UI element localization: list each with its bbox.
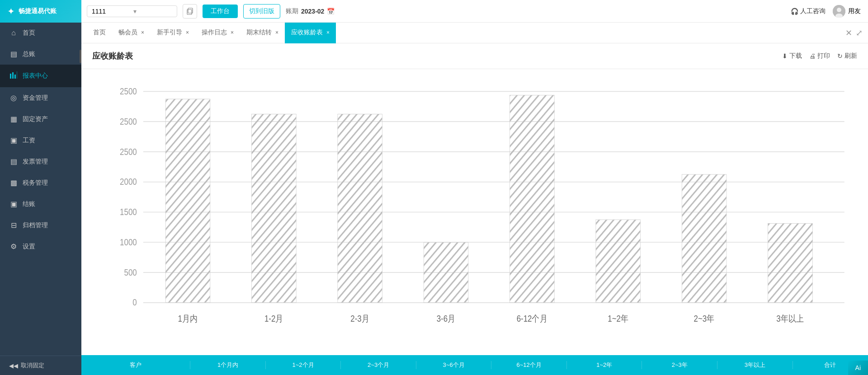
svg-text:1-2月: 1-2月 xyxy=(264,313,283,323)
calendar-icon[interactable]: 📅 xyxy=(327,8,335,15)
svg-text:1000: 1000 xyxy=(120,237,137,248)
tab-member[interactable]: 畅会员 × xyxy=(112,23,151,43)
tab-member-label: 畅会员 xyxy=(118,28,137,37)
tab-home-label: 首页 xyxy=(93,28,106,37)
tab-ar-aging-label: 应收账龄表 xyxy=(291,28,323,37)
svg-text:3年以上: 3年以上 xyxy=(776,313,804,323)
tab-log[interactable]: 操作日志 × xyxy=(195,23,240,43)
logo: ✦ 畅捷通易代账 xyxy=(0,0,81,23)
cancel-pin-button[interactable]: ◀◀ 取消固定 xyxy=(0,356,81,375)
svg-rect-36 xyxy=(596,220,641,303)
sidebar-item-archive[interactable]: ⊟ 归档管理 xyxy=(0,215,81,236)
tab-guide-label: 新手引导 xyxy=(157,28,182,37)
sidebar-item-label-assets: 固定资产 xyxy=(23,115,48,123)
svg-rect-8 xyxy=(17,71,17,79)
chart-area: 2500 2500 2500 2000 1500 1000 500 0 xyxy=(81,69,868,355)
ai-badge[interactable]: Ai xyxy=(848,361,868,375)
home-icon: ⌂ xyxy=(9,29,18,37)
sidebar-item-label-settle: 结账 xyxy=(23,200,35,208)
tab-member-close[interactable]: × xyxy=(141,29,144,36)
refresh-icon: ↻ xyxy=(837,52,843,60)
sidebar-item-label-tax: 税务管理 xyxy=(23,179,48,187)
tab-guide[interactable]: 新手引导 × xyxy=(151,23,195,43)
th-customer: 客户 xyxy=(81,361,190,369)
svg-point-3 xyxy=(837,8,841,12)
th-2-3year: 2~3年 xyxy=(642,361,717,369)
salary-icon: ▣ xyxy=(9,136,18,145)
account-selector[interactable]: 1111 ▾ xyxy=(87,5,177,17)
sidebar-item-salary[interactable]: ▣ 工资 xyxy=(0,130,81,151)
avatar xyxy=(833,5,845,18)
svg-rect-7 xyxy=(14,75,16,79)
consult-label: 人工咨询 xyxy=(800,7,826,15)
sidebar-item-label-home: 首页 xyxy=(23,29,35,37)
sidebar-item-reports[interactable]: 报表中心 xyxy=(0,65,81,87)
svg-rect-40 xyxy=(768,224,813,303)
workbench-button[interactable]: 工作台 xyxy=(203,5,238,18)
sidebar-item-settings[interactable]: ⚙ 设置 xyxy=(0,236,81,257)
funds-icon: ◎ xyxy=(9,94,18,102)
top-bar: ✦ 畅捷通易代账 1111 ▾ 工作台 切到旧版 账期 2023-02 📅 🎧 … xyxy=(0,0,868,23)
sidebar-item-tax[interactable]: ▩ 税务管理 xyxy=(0,172,81,193)
refresh-button[interactable]: ↻ 刷新 xyxy=(837,52,857,60)
sidebar: ⌂ 首页 ▤ 总账 报表中心 ◎ 资金管理 ▦ 固定资产 xyxy=(0,23,81,375)
tab-guide-close[interactable]: × xyxy=(186,29,189,36)
period-value: 2023-02 xyxy=(301,8,324,15)
refresh-label: 刷新 xyxy=(844,52,857,60)
sidebar-item-assets[interactable]: ▦ 固定资产 xyxy=(0,108,81,130)
invoice-icon: ▤ xyxy=(9,157,18,166)
sidebar-item-label-settings: 设置 xyxy=(23,243,35,251)
svg-text:1月内: 1月内 xyxy=(178,313,198,323)
sidebar-scrollbar xyxy=(80,50,81,63)
page-actions: ⬇ 下载 🖨 打印 ↻ 刷新 xyxy=(782,52,857,60)
sidebar-item-label-ledger: 总账 xyxy=(23,50,35,58)
tabs-right-actions: ✕ ⤢ xyxy=(845,28,863,38)
chevron-down-icon: ▾ xyxy=(133,8,172,15)
svg-text:6-12个月: 6-12个月 xyxy=(517,313,548,323)
sidebar-item-invoice[interactable]: ▤ 发票管理 xyxy=(0,151,81,172)
reports-icon xyxy=(9,71,18,81)
svg-text:2500: 2500 xyxy=(120,86,137,97)
tab-ar-aging[interactable]: 应收账龄表 × xyxy=(285,23,336,43)
download-button[interactable]: ⬇ 下载 xyxy=(782,52,802,60)
sidebar-item-home[interactable]: ⌂ 首页 xyxy=(0,23,81,43)
consult-button[interactable]: 🎧 人工咨询 xyxy=(791,7,826,15)
th-6-12month: 6~12个月 xyxy=(491,361,567,369)
sidebar-item-funds[interactable]: ◎ 资金管理 xyxy=(0,87,81,108)
tab-period-end-close[interactable]: × xyxy=(275,29,278,36)
sidebar-item-settle[interactable]: ▣ 结账 xyxy=(0,193,81,215)
bar-chart: 2500 2500 2500 2000 1500 1000 500 0 xyxy=(92,76,857,348)
settings-icon: ⚙ xyxy=(9,242,18,251)
copy-icon xyxy=(186,8,193,15)
switch-version-button[interactable]: 切到旧版 xyxy=(243,4,280,19)
th-1-2year: 1~2年 xyxy=(567,361,642,369)
ai-label: Ai xyxy=(855,364,861,371)
svg-rect-38 xyxy=(682,174,726,303)
settle-icon: ▣ xyxy=(9,200,18,208)
sidebar-item-label-salary: 工资 xyxy=(23,136,35,145)
print-button[interactable]: 🖨 打印 xyxy=(809,52,830,60)
sidebar-item-label-reports: 报表中心 xyxy=(23,72,48,80)
svg-rect-28 xyxy=(252,114,297,302)
close-tab-button[interactable]: ✕ xyxy=(845,28,852,38)
cancel-pin-label: 取消固定 xyxy=(21,361,44,370)
svg-rect-32 xyxy=(424,242,468,303)
account-name: 1111 xyxy=(92,8,131,15)
svg-text:2500: 2500 xyxy=(120,116,137,127)
svg-text:2500: 2500 xyxy=(120,146,137,157)
tab-home[interactable]: 首页 xyxy=(87,23,112,43)
sidebar-item-ledger[interactable]: ▤ 总账 xyxy=(0,43,81,65)
user-menu[interactable]: 用友 xyxy=(833,5,861,18)
avatar-icon xyxy=(833,5,845,18)
page-header: 应收账龄表 ⬇ 下载 🖨 打印 ↻ 刷新 xyxy=(81,43,868,69)
copy-button[interactable] xyxy=(183,4,197,19)
tab-period-end[interactable]: 期末结转 × xyxy=(240,23,285,43)
tab-log-label: 操作日志 xyxy=(202,28,227,37)
maximize-tab-button[interactable]: ⤢ xyxy=(856,28,863,38)
tab-ar-aging-close[interactable]: × xyxy=(326,29,330,36)
tab-log-close[interactable]: × xyxy=(231,29,234,36)
ledger-icon: ▤ xyxy=(9,50,18,58)
period-area: 账期 2023-02 📅 xyxy=(286,7,335,15)
headset-icon: 🎧 xyxy=(791,8,798,15)
print-label: 打印 xyxy=(817,52,830,60)
